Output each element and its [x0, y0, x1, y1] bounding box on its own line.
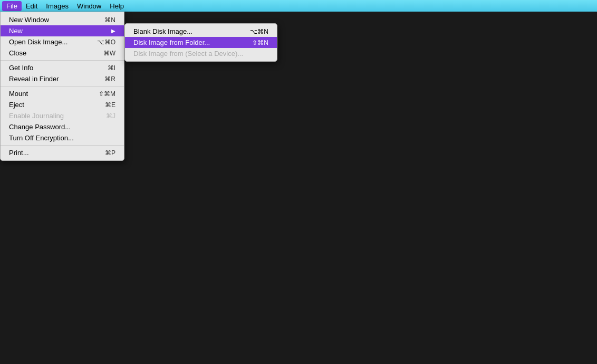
menu-item-open-disk-image-label: Open Disk Image...	[9, 38, 68, 46]
submenu-blank-disk-image-shortcut: ⌥⌘N	[250, 28, 268, 35]
menu-item-reveal-in-finder-shortcut: ⌘R	[104, 75, 115, 83]
menu-item-new-arrow: ▶	[111, 28, 115, 34]
menu-item-eject-label: Eject	[9, 101, 24, 109]
menubar: File Edit Images Window Help	[0, 0, 597, 12]
menu-item-new-window-label: New Window	[9, 16, 49, 24]
menu-item-get-info-label: Get Info	[9, 64, 33, 72]
submenu-disk-image-from-device-label: Disk Image from (Select a Device)...	[133, 50, 243, 58]
menu-item-reveal-in-finder-label: Reveal in Finder	[9, 75, 59, 83]
menu-item-mount-shortcut: ⇧⌘M	[99, 90, 115, 98]
menubar-help[interactable]: Help	[105, 1, 128, 11]
menu-item-new-window-shortcut: ⌘N	[104, 16, 115, 24]
menu-item-eject-shortcut: ⌘E	[105, 101, 115, 109]
menu-item-get-info[interactable]: Get Info ⌘I	[1, 62, 124, 73]
menu-item-open-disk-image-shortcut: ⌥⌘O	[97, 39, 115, 46]
menu-item-new-label: New	[9, 27, 23, 35]
menu-item-close-label: Close	[9, 49, 26, 57]
menu-item-change-password[interactable]: Change Password...	[1, 121, 124, 132]
menu-item-enable-journaling-shortcut: ⌘J	[106, 112, 115, 120]
separator-1	[1, 60, 124, 61]
submenu-blank-disk-image[interactable]: Blank Disk Image... ⌥⌘N	[125, 26, 277, 37]
submenu-disk-image-from-folder-label: Disk Image from Folder...	[133, 39, 210, 46]
menu-item-open-disk-image[interactable]: Open Disk Image... ⌥⌘O	[1, 36, 124, 47]
menu-item-print-shortcut: ⌘P	[105, 149, 115, 157]
menu-item-mount[interactable]: Mount ⇧⌘M	[1, 88, 124, 99]
menu-item-new-wrapper: New ▶ Blank Disk Image... ⌥⌘N Disk Image…	[1, 25, 124, 36]
submenu-blank-disk-image-label: Blank Disk Image...	[133, 27, 192, 35]
separator-2	[1, 86, 124, 87]
menubar-file[interactable]: File	[2, 1, 22, 11]
menu-item-eject[interactable]: Eject ⌘E	[1, 99, 124, 110]
menu-item-change-password-label: Change Password...	[9, 123, 71, 131]
menu-item-print[interactable]: Print... ⌘P	[1, 147, 124, 158]
menu-item-new-window[interactable]: New Window ⌘N	[1, 14, 124, 25]
menu-item-turn-off-encryption[interactable]: Turn Off Encryption...	[1, 132, 124, 143]
new-submenu: Blank Disk Image... ⌥⌘N Disk Image from …	[124, 23, 277, 62]
menu-item-print-label: Print...	[9, 149, 29, 157]
menu-item-enable-journaling-label: Enable Journaling	[9, 112, 64, 120]
menu-item-mount-label: Mount	[9, 90, 28, 98]
menu-item-get-info-shortcut: ⌘I	[108, 64, 115, 72]
menubar-window[interactable]: Window	[73, 1, 105, 11]
menubar-images[interactable]: Images	[42, 1, 73, 11]
file-menu: New Window ⌘N New ▶ Blank Disk Image... …	[0, 12, 124, 161]
submenu-disk-image-from-folder-shortcut: ⇧⌘N	[252, 39, 268, 46]
submenu-disk-image-from-device: Disk Image from (Select a Device)...	[125, 48, 277, 59]
submenu-disk-image-from-folder[interactable]: Disk Image from Folder... ⇧⌘N	[125, 37, 277, 48]
menu-item-close-shortcut: ⌘W	[103, 50, 115, 57]
menu-item-reveal-in-finder[interactable]: Reveal in Finder ⌘R	[1, 73, 124, 84]
menu-item-turn-off-encryption-label: Turn Off Encryption...	[9, 134, 74, 142]
menu-item-new[interactable]: New ▶	[1, 25, 124, 36]
menu-item-enable-journaling: Enable Journaling ⌘J	[1, 110, 124, 121]
menubar-edit[interactable]: Edit	[22, 1, 42, 11]
separator-3	[1, 145, 124, 146]
menu-item-close[interactable]: Close ⌘W	[1, 47, 124, 59]
